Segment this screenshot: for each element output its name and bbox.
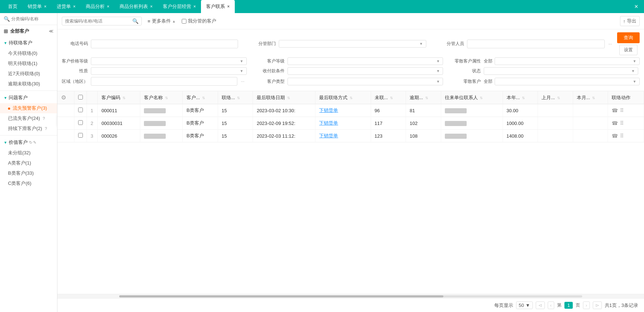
filter-row-1: 电话号码 分管部门 ▼ 分管人员 ··· <box>62 32 640 55</box>
sidebar-section-value[interactable]: ▼ 价值客户 ↻ ✎ <box>0 137 57 148</box>
export-button[interactable]: ↑ 导出 <box>620 16 640 26</box>
sidebar-search-input[interactable] <box>11 16 53 21</box>
filter-more-person-btn[interactable]: ··· <box>606 41 614 46</box>
filter-select-status[interactable]: ▼ <box>484 67 638 75</box>
cell-uncontacted-0: 96 <box>371 104 406 117</box>
sidebar-item-7days[interactable]: 近7天待联络(0) <box>0 69 57 79</box>
sidebar-item-declining[interactable]: 持续下滑客户(2) ? <box>0 123 57 134</box>
sort-person-icon: ⇅ <box>480 96 483 100</box>
refresh-icon[interactable]: ↻ <box>29 140 32 145</box>
filter-field-nature: 性质 ▼ <box>62 67 247 75</box>
sidebar-item-overdue[interactable]: 逾期未联络(30) <box>0 79 57 89</box>
my-customer-checkbox[interactable] <box>182 19 186 24</box>
filter-select-payment[interactable]: ▼ <box>287 67 443 75</box>
tab-close-purchase[interactable]: × <box>73 4 76 9</box>
action-contact-1[interactable]: ☎ <box>612 120 618 126</box>
sidebar-item-class-b[interactable]: B类客户(33) <box>0 168 57 178</box>
sort-year-icon: ⇅ <box>522 96 525 100</box>
edit-icon[interactable]: ✎ <box>33 140 36 145</box>
search-bar: 🔍 ≡ 更多条件 ▲ 我分管的客户 ↑ 导出 <box>57 13 644 29</box>
next-page-btn[interactable]: › <box>583 301 589 309</box>
action-more-1[interactable]: ⠿ <box>620 120 624 126</box>
filter-select-retail-customer[interactable]: ▼ <box>495 78 640 85</box>
sidebar-item-ungrouped[interactable]: 未分组(32) <box>0 148 57 158</box>
first-page-btn[interactable]: ⊲ <box>536 301 545 309</box>
row-checkbox-2[interactable] <box>78 133 83 138</box>
contact-way-link-1[interactable]: 下销货单 <box>319 120 338 126</box>
window-close-button[interactable]: × <box>631 3 641 11</box>
sidebar-item-tomorrow[interactable]: 明天待联络(1) <box>0 58 57 69</box>
tab-close-analysis[interactable]: × <box>107 4 109 9</box>
row-checkbox-1[interactable] <box>78 120 83 125</box>
action-more-0[interactable]: ⠿ <box>620 108 624 113</box>
cell-date-2: 2023-02-03 11:12: <box>253 130 315 142</box>
filter-label-customer-type: 客户类型 <box>258 78 287 85</box>
scrollbar-thumb[interactable] <box>119 295 443 297</box>
tab-customer-contact[interactable]: 客户联系 × <box>201 0 235 13</box>
dept-arrow-icon: ▼ <box>419 42 423 46</box>
tab-close-customer-tier[interactable]: × <box>193 4 196 9</box>
filter-btn[interactable]: ≡ 更多条件 ▲ <box>145 17 179 25</box>
filter-input-person[interactable] <box>467 40 605 48</box>
tab-analysis-list[interactable]: 商品分析列表 × <box>114 0 158 13</box>
filter-select-retail-attr[interactable]: ▼ <box>495 57 640 65</box>
contact-way-link-0[interactable]: 下销货单 <box>319 108 338 113</box>
cell-last-month-2 <box>538 130 573 142</box>
sidebar-item-today[interactable]: 今天待联络(0) <box>0 48 57 58</box>
action-contact-0[interactable]: ☎ <box>612 108 618 113</box>
horizontal-scrollbar[interactable] <box>57 294 644 298</box>
tab-purchase[interactable]: 进货单 × <box>52 0 81 13</box>
query-button[interactable]: 查询 <box>617 32 640 43</box>
search-icon[interactable]: 🔍 <box>132 18 138 24</box>
page-size-select[interactable]: 50 ▼ <box>516 301 532 309</box>
my-customer-checkbox-area[interactable]: 我分管的客户 <box>182 18 216 24</box>
sidebar-search-area: 🔍 <box>0 13 57 25</box>
tab-close-sales[interactable]: × <box>44 4 47 9</box>
sidebar-section-problem[interactable]: ▼ 问题客户 <box>0 92 57 103</box>
contact-way-link-2[interactable]: 下销货单 <box>319 133 338 138</box>
sidebar-item-churn-warning[interactable]: 流失预警客户(3) <box>0 103 57 113</box>
tab-sales[interactable]: 销货单 × <box>23 0 52 13</box>
sort-type-icon: ⇅ <box>202 96 205 100</box>
sort-overdue-icon: ⇅ <box>425 96 428 100</box>
action-more-2[interactable]: ⠿ <box>620 133 624 139</box>
per-page-arrow-icon: ▼ <box>526 303 530 308</box>
sidebar-collapse-btn[interactable]: ≪ <box>49 29 53 34</box>
sidebar-section-pending[interactable]: ▼ 待联络客户 <box>0 37 57 48</box>
sort-contact-icon: ⇅ <box>237 96 240 100</box>
tab-close-customer-contact[interactable]: × <box>227 4 230 9</box>
filter-field-retail-customer: 零散客户 全部 ▼ <box>455 78 640 85</box>
cell-name-2 <box>140 130 183 142</box>
filter-label-payment: 收付款条件 <box>258 68 287 74</box>
filter-select-dept[interactable]: ▼ <box>279 40 426 48</box>
filter-select-price-level[interactable]: ▼ <box>91 57 247 65</box>
filter-select-nature[interactable]: ▼ <box>91 67 247 75</box>
cell-gear-2 <box>57 130 75 142</box>
gear-icon[interactable]: ⚙ <box>61 94 66 101</box>
row-checkbox-0[interactable] <box>78 108 83 112</box>
sidebar-all-customers[interactable]: ⊞ 全部客户 ≪ <box>0 25 57 37</box>
cell-gear-1 <box>57 117 75 130</box>
tab-customer-tier[interactable]: 客户分层经营 × <box>158 0 201 13</box>
filter-input-region[interactable] <box>91 77 237 86</box>
retail-customer-arrow-icon: ▼ <box>633 80 636 84</box>
search-input[interactable] <box>65 19 132 24</box>
select-all-checkbox[interactable] <box>78 95 83 100</box>
sidebar-item-class-c[interactable]: C类客户(6) <box>0 178 57 189</box>
prev-page-btn[interactable]: ‹ <box>548 301 554 309</box>
setting-button[interactable]: 设置 <box>619 45 637 55</box>
filter-select-level[interactable]: ▼ <box>287 57 443 65</box>
sidebar-divider-2 <box>0 135 57 135</box>
tab-analysis[interactable]: 商品分析 × <box>81 0 114 13</box>
last-page-btn[interactable]: ⊳ <box>593 301 602 309</box>
action-contact-2[interactable]: ☎ <box>612 133 618 139</box>
cell-overdue-0: 81 <box>406 104 441 117</box>
filter-more-region-btn[interactable]: ··· <box>239 79 247 84</box>
pagination: 每页显示 50 ▼ ⊲ ‹ 第 1 页 › ⊳ 共1页，3条记录 <box>57 298 644 312</box>
sidebar-item-class-a[interactable]: A类客户(1) <box>0 158 57 168</box>
tab-home[interactable]: 首页 <box>3 0 23 13</box>
filter-select-customer-type[interactable]: ▼ <box>287 78 443 85</box>
filter-input-phone[interactable] <box>91 40 238 48</box>
tab-close-analysis-list[interactable]: × <box>150 4 153 9</box>
sidebar-item-churned[interactable]: 已流失客户(24) ? <box>0 113 57 123</box>
